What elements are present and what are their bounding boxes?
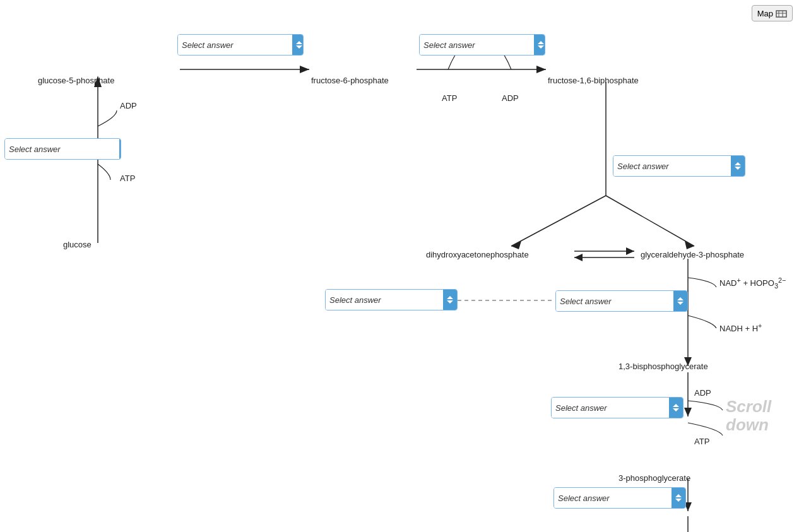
- dropdown-5[interactable]: [325, 289, 458, 310]
- svg-rect-0: [776, 11, 786, 17]
- fructose16biphosphate-label: fructose-1,6-biphosphate: [548, 76, 639, 85]
- dropdown-5-input[interactable]: [326, 290, 443, 310]
- dropdown-6-spinner[interactable]: [673, 291, 687, 311]
- adp3-label: ADP: [694, 388, 711, 398]
- dropdown-8-spinner[interactable]: [672, 488, 685, 508]
- map-button[interactable]: Map: [752, 5, 793, 21]
- svg-marker-6: [536, 66, 546, 73]
- dropdown-2[interactable]: [419, 34, 545, 56]
- svg-line-8: [511, 196, 606, 246]
- fructose6phosphate-label: fructose-6-phosphate: [311, 76, 389, 85]
- dropdown-3-input[interactable]: [5, 139, 119, 159]
- dropdown-7[interactable]: [551, 397, 684, 418]
- dropdown-4-input[interactable]: [613, 156, 731, 176]
- glucose-label: glucose: [63, 240, 92, 249]
- nadh-label: NADH + H+: [719, 322, 762, 333]
- dropdown-1-spinner[interactable]: [292, 35, 304, 55]
- map-icon: [776, 8, 787, 18]
- nad-label: NAD+ + HOPO32−: [719, 276, 786, 290]
- dropdown-7-input[interactable]: [552, 398, 669, 418]
- dropdown-6-input[interactable]: [556, 291, 673, 311]
- svg-marker-13: [626, 247, 634, 255]
- scroll-down-text: Scrolldown: [726, 398, 771, 434]
- glucose5phosphate-label: glucose-5-phosphate: [38, 76, 114, 85]
- svg-marker-9: [511, 241, 521, 249]
- dropdown-6[interactable]: [555, 290, 688, 312]
- dihydroxy-label: dihydroxyacetonephosphate: [426, 250, 529, 259]
- atp3-label: ATP: [694, 437, 709, 446]
- dropdown-1[interactable]: [177, 34, 304, 56]
- svg-marker-4: [300, 66, 309, 73]
- dropdown-8-input[interactable]: [554, 488, 672, 508]
- atp1-label: ATP: [442, 93, 457, 103]
- dropdown-4-spinner[interactable]: [731, 156, 745, 176]
- dropdown-2-spinner[interactable]: [534, 35, 545, 55]
- svg-line-10: [606, 196, 694, 246]
- diagram-arrows: [0, 0, 799, 532]
- dropdown-3-spinner[interactable]: [119, 139, 121, 159]
- dropdown-1-input[interactable]: [178, 35, 292, 55]
- glyceraldehyde-label: glyceraldehyde-3-phosphate: [641, 250, 744, 259]
- svg-marker-11: [685, 241, 694, 249]
- adp1-label: ADP: [120, 101, 137, 110]
- dropdown-3[interactable]: [4, 138, 121, 160]
- map-button-label: Map: [757, 9, 773, 18]
- dropdown-7-spinner[interactable]: [669, 398, 683, 418]
- bisphosphoglycerate-label: 1,3-bisphosphoglycerate: [618, 362, 708, 371]
- dropdown-8[interactable]: [553, 487, 686, 509]
- svg-marker-20: [684, 408, 692, 417]
- atp2-label: ATP: [120, 174, 135, 183]
- dropdown-4[interactable]: [613, 155, 745, 177]
- phosphoglycerate-label: 3-phosphoglycerate: [618, 473, 690, 483]
- svg-marker-15: [574, 254, 583, 261]
- dropdown-2-input[interactable]: [420, 35, 534, 55]
- adp2-label: ADP: [502, 93, 519, 103]
- dropdown-5-spinner[interactable]: [443, 290, 457, 310]
